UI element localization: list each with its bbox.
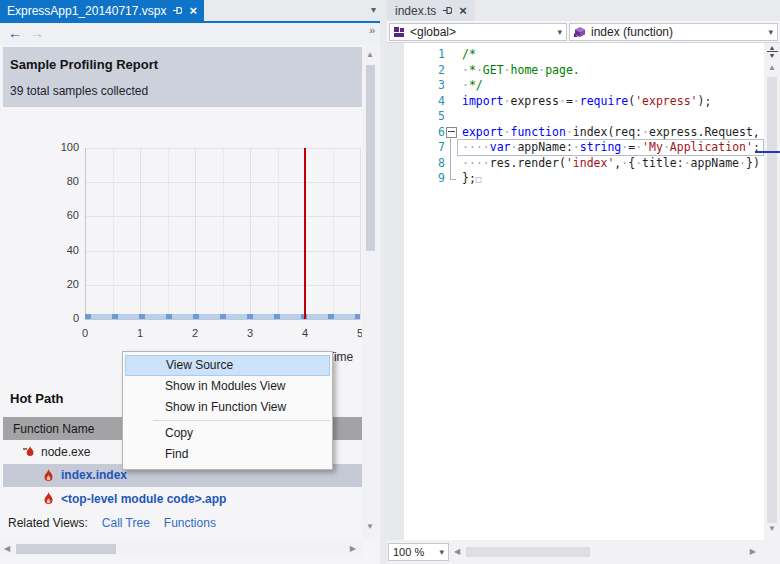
- tab-index-ts[interactable]: index.ts ×: [387, 0, 475, 21]
- editor-horizontal-scrollbar[interactable]: ◀ ▶: [449, 543, 764, 561]
- code-text: ·*/: [462, 78, 483, 92]
- pin-icon[interactable]: [173, 6, 182, 15]
- context-menu: View SourceShow in Modules ViewShow in F…: [122, 351, 333, 470]
- toolbar-overflow-icon[interactable]: »: [369, 24, 374, 36]
- tab-title: ExpressApp1_20140717.vspx: [7, 4, 166, 18]
- code-editor[interactable]: 1/*2·*·GET·home·page.3·*/4import·express…: [387, 43, 764, 540]
- code-token: =: [566, 94, 573, 108]
- caret-position-marker: [764, 151, 780, 153]
- left-horizontal-scrollbar[interactable]: ◀ ▶: [0, 541, 362, 557]
- menu-item-view-source[interactable]: View Source: [125, 355, 330, 376]
- y-tick-label: 40: [45, 244, 79, 256]
- menu-item-show-in-function-view[interactable]: Show in Function View: [125, 397, 330, 418]
- grid-line-h: [85, 251, 360, 252]
- code-line-4[interactable]: 4import·express·=·require('express');: [387, 94, 764, 110]
- scroll-down-icon[interactable]: ▼: [366, 523, 374, 531]
- left-tabstrip: ExpressApp1_20140717.vspx × ▾: [0, 0, 380, 21]
- scroll-right-icon[interactable]: ▶: [750, 548, 756, 556]
- menu-separator: [153, 420, 330, 421]
- code-token: ·: [566, 125, 573, 139]
- tab-list-dropdown-icon[interactable]: ▾: [371, 4, 376, 15]
- code-text: import·express·=·require('express');: [462, 94, 711, 108]
- close-icon[interactable]: ×: [189, 4, 197, 17]
- code-token: ····: [462, 156, 490, 170]
- editor-hscroll-thumb[interactable]: [466, 547, 590, 557]
- scroll-down-icon[interactable]: ▼: [768, 525, 776, 533]
- related-view-link-functions[interactable]: Functions: [164, 516, 216, 530]
- outline-end-tick: [450, 179, 456, 180]
- scroll-left-icon[interactable]: ◀: [4, 545, 10, 553]
- code-text: ·*·GET·home·page.: [462, 63, 580, 77]
- split-up-icon: ▲: [769, 45, 776, 50]
- sample-time-marker-line: [304, 148, 306, 319]
- report-subtitle: 39 total samples collected: [10, 84, 148, 98]
- hot-path-function-name: node.exe: [41, 445, 90, 459]
- menu-item-find[interactable]: Find: [125, 444, 330, 465]
- grid-line-h: [85, 216, 360, 217]
- code-token: home: [511, 63, 539, 77]
- scope-dropdown[interactable]: <global> ▾: [389, 23, 567, 41]
- code-token: import: [462, 94, 504, 108]
- back-button[interactable]: ←: [8, 25, 22, 41]
- zoom-dropdown[interactable]: 100 % ▾: [388, 543, 449, 561]
- code-line-2[interactable]: 2·*·GET·home·page.: [387, 63, 764, 79]
- scroll-up-icon[interactable]: ▲: [768, 64, 776, 72]
- left-vscroll-thumb[interactable]: [366, 65, 375, 251]
- chevron-down-icon: ▾: [768, 27, 773, 37]
- report-toolbar: ← → »: [0, 23, 380, 45]
- hot-path-function-name: index.index: [61, 468, 127, 482]
- code-token: *: [469, 63, 476, 77]
- x-tick-label: 3: [240, 327, 260, 339]
- code-token: □: [476, 174, 481, 184]
- code-token: /*: [462, 47, 476, 61]
- y-tick-label: 80: [45, 175, 79, 187]
- code-token: index(req:: [573, 125, 642, 139]
- line-number: 9: [417, 171, 445, 185]
- collapse-region-icon[interactable]: [446, 127, 457, 138]
- editor-vscroll-thumb[interactable]: [767, 77, 777, 523]
- code-text: export·function·index(req:·express.Reque…: [462, 125, 760, 139]
- forward-button[interactable]: →: [30, 25, 44, 41]
- scroll-right-icon[interactable]: ▶: [350, 545, 356, 553]
- code-token: ·: [462, 78, 469, 92]
- related-view-link-call-tree[interactable]: Call Tree: [102, 516, 150, 530]
- code-token: ·: [573, 94, 580, 108]
- editor-bottom-bar: 100 % ▾ ◀ ▶: [387, 540, 780, 564]
- code-token: GET: [483, 63, 504, 77]
- chevron-down-icon: ▾: [557, 27, 562, 37]
- pin-icon[interactable]: [443, 6, 452, 15]
- tab-title: index.ts: [395, 4, 436, 18]
- caret-indicator: [755, 151, 764, 153]
- code-line-8[interactable]: 8····res.render('index',·{·title:·appNam…: [387, 156, 764, 172]
- tab-expressapp-vspx[interactable]: ExpressApp1_20140717.vspx ×: [0, 0, 204, 21]
- line-number: 5: [417, 109, 445, 123]
- code-token: page.: [545, 63, 580, 77]
- menu-item-show-in-modules-view[interactable]: Show in Modules View: [125, 376, 330, 397]
- split-down-icon: ▼: [769, 53, 776, 58]
- left-vertical-scrollbar[interactable]: ▲ ▼: [362, 45, 379, 541]
- code-line-9[interactable]: 9};□: [387, 171, 764, 187]
- code-token: ·: [504, 63, 511, 77]
- hot-path-function-name: <top-level module code>.app: [61, 492, 226, 506]
- scroll-left-icon[interactable]: ◀: [454, 548, 460, 556]
- code-line-5[interactable]: 5: [387, 109, 764, 125]
- editor-vertical-scrollbar[interactable]: ▲ ▼ ▲ ▼: [764, 43, 780, 540]
- code-line-6[interactable]: 6export·function·index(req:·express.Requ…: [387, 125, 764, 141]
- code-token: express.Request,: [649, 125, 760, 139]
- member-dropdown[interactable]: index (function) ▾: [569, 23, 778, 41]
- code-line-1[interactable]: 1/*: [387, 47, 764, 63]
- code-token: 'index': [566, 156, 614, 170]
- editor-navigation-bar: <global> ▾ index (function) ▾: [387, 21, 780, 43]
- hot-path-row-top-level-module-code-app[interactable]: <top-level module code>.app: [3, 487, 363, 510]
- left-hscroll-thumb[interactable]: [16, 544, 116, 554]
- menu-item-copy[interactable]: Copy: [125, 423, 330, 444]
- line-number: 8: [417, 156, 445, 170]
- x-tick-label: 0: [75, 327, 95, 339]
- split-window-grip[interactable]: ▲ ▼: [765, 44, 779, 59]
- close-icon[interactable]: ×: [459, 4, 467, 17]
- code-line-3[interactable]: 3·*/: [387, 78, 764, 94]
- code-token: ·: [559, 94, 566, 108]
- profiler-report-pane: ExpressApp1_20140717.vspx × ▾ ← → » Samp…: [0, 0, 380, 564]
- related-views: Related Views:Call TreeFunctions: [8, 516, 216, 530]
- scroll-up-icon[interactable]: ▲: [366, 51, 374, 59]
